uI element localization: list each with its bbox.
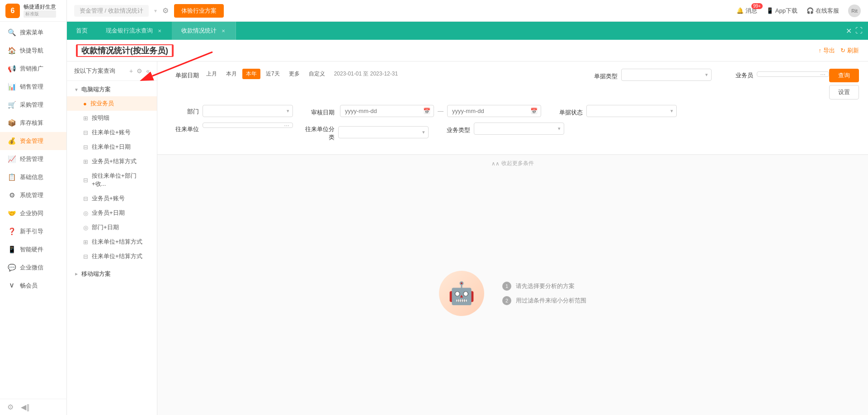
scheme-item-unit-settle1[interactable]: ⊞ 往来单位+结算方式: [67, 235, 157, 249]
collapse-panel-icon[interactable]: «: [146, 67, 150, 75]
sidebar-item-hardware[interactable]: 📱 智能硬件: [0, 241, 66, 259]
online-service-button[interactable]: 🎧 在线客服: [807, 7, 839, 15]
salesman-label: 业务员: [721, 69, 757, 80]
sidebar-item-marketing[interactable]: 📢 营销推广: [0, 60, 66, 78]
biz-type-select-wrapper: ▾: [474, 123, 564, 135]
biz-type-select[interactable]: [474, 123, 564, 135]
desktop-scheme-group-header[interactable]: ▼ 电脑端方案: [67, 83, 157, 96]
export-button[interactable]: ↑ 导出: [819, 47, 835, 55]
collapse-label: 收起更多条件: [501, 160, 534, 167]
date-tab-thisyear[interactable]: 本年: [242, 69, 260, 79]
sidebar-item-label: 库存核算: [20, 119, 43, 127]
review-date-start-input[interactable]: [340, 105, 434, 117]
dept-select[interactable]: [203, 105, 293, 117]
scheme-item-unit-date[interactable]: ⊟ 往来单位+日期: [67, 140, 157, 154]
date-tab-thismonth[interactable]: 本月: [222, 69, 241, 79]
page-title-bar: 收款情况统计(按业务员) ↑ 导出 ↻ 刷新: [67, 40, 868, 61]
doc-type-select-wrapper: ▾: [621, 69, 712, 81]
scheme-item-salesman-date[interactable]: ◎ 业务员+日期: [67, 206, 157, 220]
tab-receipt-close-icon[interactable]: ✕: [220, 28, 226, 34]
doc-type-select[interactable]: [621, 69, 712, 81]
scheme-clock-icon: ◎: [83, 210, 88, 217]
trial-button[interactable]: 体验行业方案: [174, 4, 224, 18]
collapse-sidebar-icon[interactable]: ◀‖: [21, 403, 30, 411]
mobile-scheme-label: 移动端方案: [81, 270, 111, 278]
scheme-item-label: 往来单位+结算方式: [92, 252, 142, 260]
query-button[interactable]: 查询: [829, 69, 859, 82]
doc-status-select[interactable]: [586, 105, 677, 117]
counterpart-input[interactable]: [203, 123, 293, 128]
salesman-input[interactable]: [757, 71, 829, 77]
page-content: 收款情况统计(按业务员) ↑ 导出 ↻ 刷新 按以下方案查询: [67, 40, 868, 415]
scheme-settings-icon[interactable]: ⚙: [137, 67, 142, 75]
sidebar-item-operations[interactable]: 📈 经营管理: [0, 150, 66, 168]
counterpart-label: 往来单位: [166, 123, 203, 133]
user-avatar[interactable]: Rit: [848, 5, 861, 17]
sidebar-item-label: 销售管理: [20, 83, 43, 91]
tab-fullscreen-icon[interactable]: ⛶: [855, 27, 863, 35]
filter-panel-icons: + ⚙ «: [129, 67, 150, 75]
sidebar-item-collab[interactable]: 🤝 企业协同: [0, 204, 66, 222]
result-steps: 1 请先选择要分析的方案 2 用过滤条件来缩小分析范围: [502, 282, 586, 305]
sidebar-item-basicinfo[interactable]: 📋 基础信息: [0, 168, 66, 186]
download-icon: 📱: [766, 7, 774, 14]
tab-receipt[interactable]: 收款情况统计 ✕: [172, 22, 236, 40]
sidebar-item-quicknav[interactable]: 🏠 快捷导航: [0, 42, 66, 60]
date-tab-lastmonth[interactable]: 上月: [203, 69, 221, 79]
add-scheme-icon[interactable]: +: [129, 67, 133, 75]
marketing-icon: 📢: [7, 64, 16, 73]
notification-count: 99+: [751, 3, 763, 9]
home-icon: 🏠: [7, 46, 16, 55]
tab-close-all-icon[interactable]: ✕: [846, 27, 852, 35]
filter-panel-title: 按以下方案查询: [74, 67, 115, 75]
sidebar-item-finance[interactable]: 💰 资金管理: [0, 132, 66, 150]
sidebar-item-guide[interactable]: ❓ 新手引导: [0, 222, 66, 241]
dropdown-arrow-icon[interactable]: ▾: [154, 8, 157, 14]
scheme-item-label: 部门+日期: [92, 223, 119, 231]
scheme-item-unit-settle2[interactable]: ⊟ 往来单位+结算方式: [67, 249, 157, 264]
date-tab-custom[interactable]: 自定义: [305, 69, 329, 79]
sidebar-item-system[interactable]: ⚙ 系统管理: [0, 186, 66, 204]
scheme-item-unit-account[interactable]: ⊟ 往来单位+账号: [67, 125, 157, 140]
app-download-button[interactable]: 📱 App下载: [766, 7, 797, 15]
counterpart-category-select[interactable]: [338, 126, 429, 138]
mobile-scheme-group-header[interactable]: ▼ 移动端方案: [67, 267, 157, 281]
sidebar-item-wechat[interactable]: 💬 企业微信: [0, 259, 66, 277]
tab-cashflow-close-icon[interactable]: ✕: [156, 28, 163, 34]
scheme-item-dept-date[interactable]: ◎ 部门+日期: [67, 220, 157, 235]
filter-panel: 按以下方案查询 + ⚙ « ▼ 电脑端方案 ● 按业务员: [67, 61, 157, 415]
tab-cashflow[interactable]: 现金银行流水查询 ✕: [97, 22, 172, 40]
sidebar-item-search[interactable]: 🔍 搜索菜单: [0, 24, 66, 42]
sidebar-item-member[interactable]: V 畅会员: [0, 277, 66, 295]
app-download-label: App下载: [775, 7, 797, 15]
bell-icon: 🔔: [736, 7, 744, 14]
step-1-number: 1: [502, 282, 511, 291]
refresh-button[interactable]: ↻ 刷新: [840, 47, 859, 55]
online-service-label: 在线客服: [816, 7, 839, 15]
scheme-item-by-detail[interactable]: ⊞ 按明细: [67, 111, 157, 125]
sidebar-item-purchase[interactable]: 🛒 采购管理: [0, 96, 66, 114]
sidebar-item-sales[interactable]: 📊 销售管理: [0, 78, 66, 96]
scheme-item-label: 业务员+账号: [92, 194, 125, 203]
doc-status-select-wrapper: ▾: [586, 105, 677, 117]
top-header: 资金管理 / 收款情况统计 ▾ ⚙ 体验行业方案 🔔 消息 99+ 📱 App下…: [67, 0, 868, 22]
scheme-item-salesman-settle[interactable]: ⊞ 业务员+结算方式: [67, 154, 157, 169]
tab-home[interactable]: 首页: [67, 22, 97, 40]
settings-button[interactable]: 设置: [829, 85, 859, 99]
date-tab-more[interactable]: 更多: [285, 69, 303, 79]
header-gear-icon[interactable]: ⚙: [162, 6, 169, 15]
date-tab-7days[interactable]: 近7天: [262, 69, 283, 79]
notifications-button[interactable]: 🔔 消息 99+: [736, 7, 757, 15]
scheme-item-unit-dept-recv[interactable]: ⊟ 按往来单位+部门+收...: [67, 169, 157, 191]
sidebar-item-label: 快捷导航: [20, 47, 43, 55]
sidebar-item-inventory[interactable]: 📦 库存核算: [0, 114, 66, 132]
biz-type-label: 业务类型: [438, 123, 474, 134]
scheme-item-salesman-account[interactable]: ⊟ 业务员+账号: [67, 191, 157, 206]
collapse-bar[interactable]: ∧∧ 收起更多条件: [157, 155, 868, 172]
scheme-item-by-salesman[interactable]: ● 按业务员: [67, 96, 157, 111]
settings-icon[interactable]: ⚙: [7, 403, 14, 411]
review-date-end-input[interactable]: [447, 105, 541, 117]
refresh-label: 刷新: [847, 47, 859, 55]
tab-cashflow-label: 现金银行流水查询: [106, 27, 153, 35]
tab-home-label: 首页: [76, 27, 88, 35]
